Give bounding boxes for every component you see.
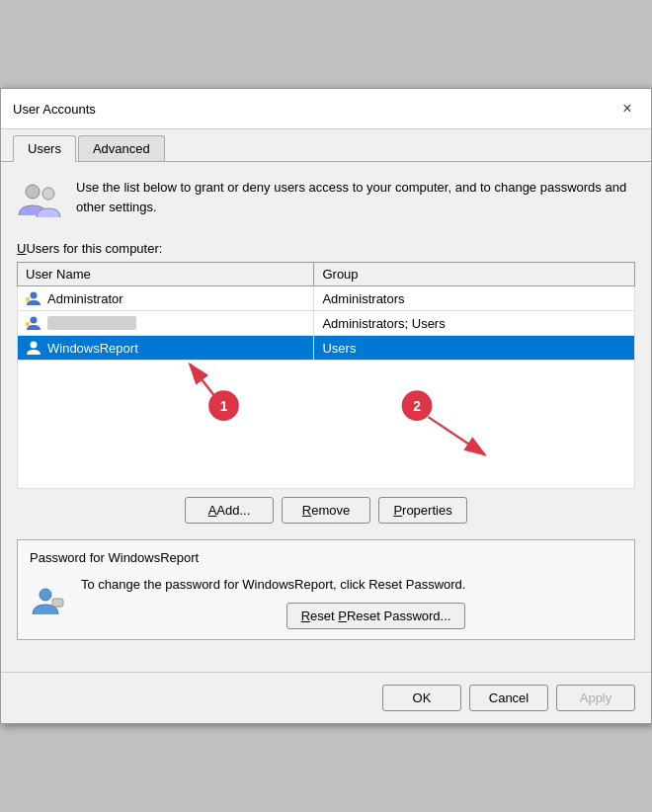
user-name-cell: Administrator <box>18 286 314 311</box>
users-section-label: UUsers for this computer: <box>17 241 635 256</box>
table-empty-row <box>18 361 635 489</box>
password-row: To change the password for WindowsReport… <box>30 575 622 629</box>
tabs-bar: Users Advanced <box>1 129 651 162</box>
info-section: Use the list below to grant or deny user… <box>17 178 635 225</box>
svg-point-6 <box>31 342 38 349</box>
users-table-container: User Name Group <box>17 262 635 489</box>
svg-point-15 <box>40 589 51 601</box>
content-area: Use the list below to grant or deny user… <box>1 162 651 672</box>
user-avatar-icon <box>26 315 41 331</box>
users-table: User Name Group <box>17 262 635 489</box>
tab-advanced[interactable]: Advanced <box>78 135 165 161</box>
svg-rect-17 <box>52 599 63 607</box>
action-buttons-row: AAdd... Remove Properties <box>17 497 635 524</box>
password-text: To change the password for WindowsReport… <box>81 575 465 595</box>
add-button[interactable]: AAdd... <box>185 497 274 524</box>
col-username: User Name <box>18 263 314 286</box>
svg-rect-5 <box>26 322 30 326</box>
tab-users[interactable]: Users <box>13 135 76 162</box>
user-name-cell: WindowsReport <box>18 336 314 361</box>
cancel-button[interactable]: Cancel <box>469 685 548 711</box>
reset-button-wrap: Reset PReset Password... <box>81 603 465 629</box>
table-row[interactable]: Administrators; Users <box>18 311 635 336</box>
user-avatar-icon <box>26 290 41 306</box>
reset-password-button[interactable]: Reset PReset Password... <box>286 603 466 629</box>
ok-button[interactable]: OK <box>382 685 461 711</box>
password-section: Password for WindowsReport To change the… <box>17 539 635 640</box>
user-group-cell: Administrators; Users <box>314 311 635 336</box>
svg-point-2 <box>31 292 38 299</box>
col-group: Group <box>314 263 635 286</box>
properties-button[interactable]: Properties <box>378 497 467 524</box>
svg-rect-3 <box>26 297 30 301</box>
svg-point-1 <box>42 188 54 200</box>
user-accounts-window: User Accounts × Users Advanced Use the l… <box>0 88 652 724</box>
svg-point-4 <box>31 317 38 324</box>
user-group-cell: Users <box>314 336 635 361</box>
table-row[interactable]: WindowsReport Users <box>18 336 635 361</box>
user-group-cell: Administrators <box>314 286 635 311</box>
password-icon <box>30 583 69 622</box>
window-title: User Accounts <box>13 102 96 117</box>
users-icon <box>17 178 64 225</box>
info-text: Use the list below to grant or deny user… <box>76 178 635 216</box>
remove-button[interactable]: Remove <box>282 497 370 524</box>
hidden-username <box>47 316 136 330</box>
user-avatar-icon <box>26 340 41 356</box>
user-name-cell <box>18 311 314 336</box>
table-row[interactable]: Administrator Administrators <box>18 286 635 311</box>
apply-button[interactable]: Apply <box>556 685 635 711</box>
footer-buttons: OK Cancel Apply <box>1 672 651 723</box>
svg-point-0 <box>26 185 40 199</box>
close-button[interactable]: × <box>615 97 639 121</box>
password-title: Password for WindowsReport <box>30 550 622 565</box>
title-bar: User Accounts × <box>1 89 651 129</box>
